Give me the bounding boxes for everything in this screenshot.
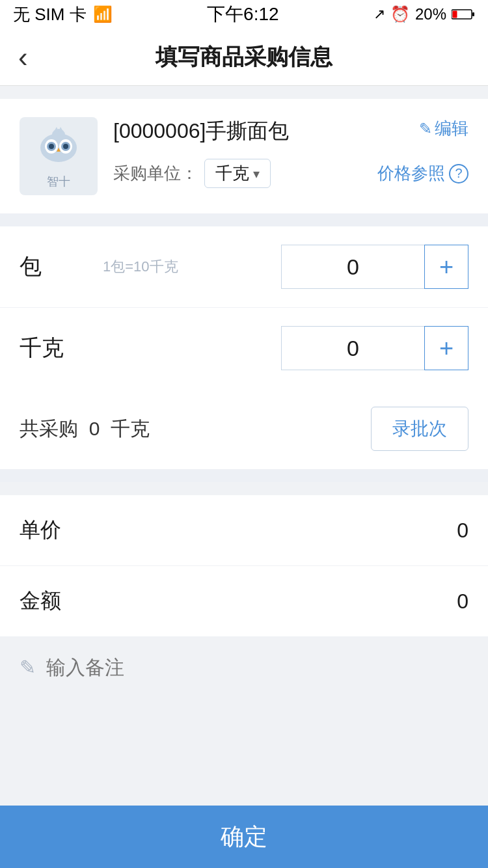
confirm-button[interactable]: 确定 [0, 806, 488, 868]
section-divider-1 [0, 213, 488, 226]
svg-point-9 [63, 144, 68, 149]
quantity-row-bao: 包 1包=10千克 + [0, 226, 488, 308]
product-info: [0000006]手撕面包 ✎ 编辑 采购单位： 千克 ▾ 价格参照 ? [113, 117, 468, 188]
status-time: 下午6:12 [207, 2, 279, 27]
qty-input-bao[interactable] [281, 245, 424, 289]
location-icon: ↗ [373, 6, 385, 23]
product-name: [0000006]手撕面包 [113, 117, 289, 146]
qty-plus-btn-kg[interactable]: + [424, 326, 468, 370]
price-info-section: 单价 0 金额 0 [0, 495, 488, 636]
product-logo-label: 智十 [47, 174, 70, 189]
batch-button[interactable]: 录批次 [371, 407, 468, 451]
total-text: 共采购 0 千克 [20, 416, 150, 442]
svg-point-11 [52, 129, 65, 141]
status-right: ↗ ⏰ 20% [373, 5, 475, 23]
battery-text: 20% [415, 5, 446, 23]
edit-label: 编辑 [435, 117, 468, 140]
unit-row-left: 采购单位： 千克 ▾ [113, 159, 271, 188]
quantity-section: 包 1包=10千克 + 千克 + [0, 226, 488, 388]
svg-rect-1 [472, 12, 474, 16]
price-ref-button[interactable]: 价格参照 ? [377, 162, 468, 185]
unit-select[interactable]: 千克 ▾ [204, 159, 271, 188]
unit-label: 采购单位： [113, 162, 198, 185]
svg-point-8 [49, 144, 54, 149]
notes-input[interactable] [46, 657, 468, 679]
status-carrier: 无 SIM 卡 📶 [13, 3, 113, 26]
wifi-icon: 📶 [93, 5, 113, 23]
help-icon: ? [449, 164, 468, 183]
alarm-icon: ⏰ [390, 5, 410, 23]
pencil-icon: ✎ [20, 656, 36, 679]
nav-title: 填写商品采购信息 [156, 42, 332, 72]
unit-price-label: 单价 [20, 516, 85, 545]
section-divider-2 [0, 469, 488, 482]
qty-sublabel-bao: 1包=10千克 [103, 257, 178, 277]
amount-value: 0 [457, 590, 468, 614]
qty-label-kg: 千克 [20, 333, 98, 363]
nav-bar: ‹ 填写商品采购信息 [0, 29, 488, 86]
unit-value: 千克 [215, 162, 249, 185]
amount-label: 金额 [20, 587, 85, 616]
back-button[interactable]: ‹ [18, 41, 28, 74]
status-bar: 无 SIM 卡 📶 下午6:12 ↗ ⏰ 20% [0, 0, 488, 29]
qty-input-wrap-bao: + [281, 245, 468, 289]
unit-price-value: 0 [457, 519, 468, 543]
amount-row: 金额 0 [0, 566, 488, 636]
product-logo-icon [36, 123, 81, 172]
unit-price-row: 单价 0 [0, 495, 488, 566]
price-ref-label: 价格参照 [377, 162, 445, 185]
product-image: 智十 [20, 117, 98, 195]
qty-input-kg[interactable] [281, 326, 424, 370]
edit-icon: ✎ [419, 120, 432, 138]
quantity-row-kg: 千克 + [0, 308, 488, 388]
edit-button[interactable]: ✎ 编辑 [419, 117, 468, 140]
carrier-text: 无 SIM 卡 [13, 3, 87, 26]
qty-plus-btn-bao[interactable]: + [424, 245, 468, 289]
product-card: 智十 [0000006]手撕面包 ✎ 编辑 采购单位： 千克 ▾ [0, 99, 488, 213]
total-row: 共采购 0 千克 录批次 [0, 388, 488, 469]
qty-input-wrap-kg: + [281, 326, 468, 370]
chevron-down-icon: ▾ [253, 166, 260, 182]
svg-rect-2 [453, 11, 457, 18]
qty-label-bao: 包 [20, 252, 98, 282]
notes-section: ✎ [0, 638, 488, 697]
battery-icon [452, 8, 475, 20]
